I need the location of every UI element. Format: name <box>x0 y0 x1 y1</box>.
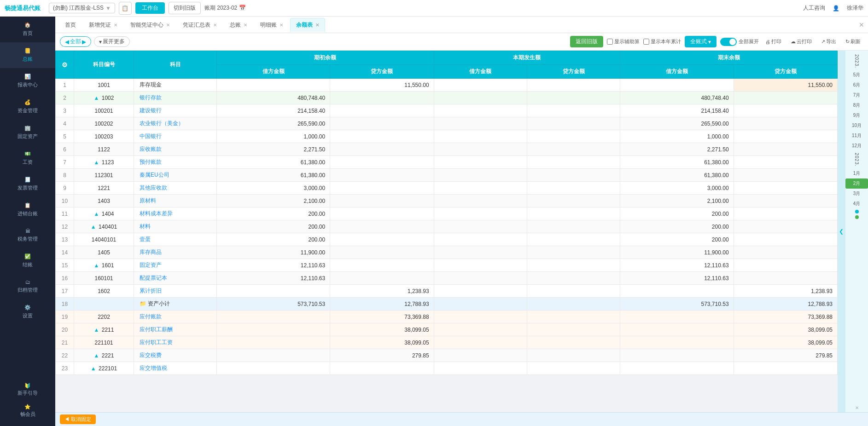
subject-name[interactable]: 应付职工薪酬 <box>134 323 217 336</box>
subject-name-link[interactable]: 应付职工工资 <box>140 339 173 345</box>
subject-name[interactable]: 应交税费 <box>134 349 217 362</box>
subject-name-link[interactable]: 原材料 <box>140 197 156 204</box>
table-scroll[interactable]: ⚙ 科目编号 科目 期初余额 本期发生额 期末余额 借方金额 贷方金额 借方金额 <box>55 51 838 412</box>
sidebar-item-sales[interactable]: 📋 进销台账 <box>0 197 55 223</box>
subject-name-link[interactable]: 应交增值税 <box>140 365 167 371</box>
month-8[interactable]: 8月 <box>845 100 868 110</box>
subject-name-link[interactable]: 配提票记本 <box>140 275 167 281</box>
close-all-button[interactable]: ✕ <box>859 21 864 29</box>
subject-name[interactable]: 材料 <box>134 220 217 233</box>
sidebar-item-tax[interactable]: 🏛 税务管理 <box>0 223 55 248</box>
gear-icon[interactable]: ⚙ <box>62 61 68 69</box>
month-9[interactable]: 9月 <box>845 110 868 121</box>
sidebar-item-member[interactable]: ⭐ 畅会员 <box>0 400 55 421</box>
sidebar-item-capital[interactable]: 💰 资金管理 <box>0 94 55 120</box>
expand-more-button[interactable]: ▾ 展开更多 <box>94 36 130 47</box>
subject-name[interactable]: 建设银行 <box>134 104 217 117</box>
expand-icon[interactable]: ▲ <box>94 159 101 166</box>
company-selector[interactable]: (勿删) 江西股金-LSS ▼ <box>49 3 115 13</box>
all-filter-button[interactable]: ◀ 全部 ▶ <box>60 36 91 47</box>
subject-name[interactable]: 库存商品 <box>134 246 217 259</box>
sidebar-item-settings[interactable]: ⚙️ 设置 <box>0 299 55 325</box>
expand-icon[interactable]: ▲ <box>94 327 101 333</box>
expand-icon[interactable]: ▲ <box>91 365 98 372</box>
tab-detail-close[interactable]: ✕ <box>280 23 283 28</box>
tab-voucher-summary[interactable]: 凭证汇总表 ✕ <box>177 18 223 32</box>
tab-new-voucher-close[interactable]: ✕ <box>114 23 117 28</box>
sidebar-item-home[interactable]: 🏠 首页 <box>0 17 55 42</box>
show-auxiliary-checkbox[interactable]: 显示辅助算 <box>607 38 640 45</box>
tab-smart-center-close[interactable]: ✕ <box>166 23 170 28</box>
month-12[interactable]: 12月 <box>845 141 868 151</box>
sidebar-item-archive[interactable]: 🗂 归档管理 <box>0 274 55 299</box>
expand-icon[interactable]: ▲ <box>94 95 101 101</box>
cloud-print-button[interactable]: ☁ 云打印 <box>788 37 815 46</box>
expand-icon[interactable]: ▲ <box>94 262 101 269</box>
expand-icon[interactable]: ▲ <box>94 211 101 217</box>
subject-name[interactable]: 其他应收款 <box>134 182 217 195</box>
panel-arrow[interactable]: ❮ <box>838 51 845 412</box>
subject-name[interactable]: 银行存款 <box>134 92 217 104</box>
sidebar-item-guide[interactable]: 🔰 新手引导 <box>0 379 55 400</box>
tab-voucher-summary-close[interactable]: ✕ <box>213 23 217 28</box>
auxiliary-check-input[interactable] <box>607 39 613 45</box>
expand-icon[interactable]: ▲ <box>94 352 101 359</box>
subject-name-link[interactable]: 库存商品 <box>140 249 162 255</box>
subject-name-link[interactable]: 预付账款 <box>140 159 162 165</box>
workbench-button[interactable]: 工作台 <box>135 2 165 14</box>
show-ytd-checkbox[interactable]: 显示本年累计 <box>643 38 681 45</box>
tab-balance-close[interactable]: ✕ <box>315 23 319 28</box>
month-3[interactable]: 3月 <box>845 189 868 199</box>
subject-name-link[interactable]: 应付职工薪酬 <box>140 326 173 333</box>
month-4[interactable]: 4月 <box>845 199 868 209</box>
sidebar-item-settle[interactable]: ✅ 结账 <box>0 248 55 274</box>
refresh-button[interactable]: ↻ 刷新 <box>843 37 863 46</box>
subject-name[interactable]: 预付账款 <box>134 156 217 169</box>
subject-name-link[interactable]: 农业银行（美金） <box>140 120 184 127</box>
tab-ledger-close[interactable]: ✕ <box>244 23 247 28</box>
subject-name[interactable]: 应收账款 <box>134 143 217 156</box>
subject-name-link[interactable]: 材料成本差异 <box>140 210 173 217</box>
sidebar-item-ledger[interactable]: 📒 总账 <box>0 42 55 68</box>
subject-name-link[interactable]: 应交税费 <box>140 352 162 358</box>
subject-name-link[interactable]: 累计折旧 <box>140 288 162 294</box>
subject-name[interactable]: 中国银行 <box>134 130 217 143</box>
month-10[interactable]: 10月 <box>845 121 868 131</box>
sidebar-item-payroll[interactable]: 💵 工资 <box>0 145 55 171</box>
tab-balance[interactable]: 余额表 ✕ <box>290 18 325 32</box>
subject-name-link[interactable]: 银行存款 <box>140 94 162 101</box>
subject-name[interactable]: 应付职工工资 <box>134 336 217 349</box>
subject-name[interactable]: 农业银行（美金） <box>134 117 217 130</box>
tab-ledger[interactable]: 总账 ✕ <box>224 18 253 32</box>
close-panel-btn[interactable]: ✕ <box>855 405 859 410</box>
subject-name-link[interactable]: 应付账款 <box>140 313 162 320</box>
tab-new-voucher[interactable]: 新增凭证 ✕ <box>83 18 123 32</box>
tab-home[interactable]: 首页 <box>59 18 82 32</box>
subject-name-link[interactable]: 中国银行 <box>140 133 162 139</box>
unpin-button[interactable]: ◀ 取消固定 <box>60 414 96 424</box>
sidebar-item-reports[interactable]: 📊 报表中心 <box>0 68 55 94</box>
subject-name[interactable]: 原材料 <box>134 195 217 207</box>
old-version-button[interactable]: 切到旧版 <box>169 2 201 14</box>
subject-name-link[interactable]: 材料 <box>140 223 151 230</box>
expand-icon[interactable]: ▲ <box>91 224 98 230</box>
subject-name-link[interactable]: 固定资产 <box>140 262 162 268</box>
toggle-control[interactable] <box>720 38 737 46</box>
subject-name[interactable]: 应付账款 <box>134 311 217 323</box>
subject-name-link[interactable]: 应收账款 <box>140 146 162 152</box>
subject-name-link[interactable]: 秦属EU公司 <box>140 172 169 178</box>
tab-detail[interactable]: 明细账 ✕ <box>254 18 289 32</box>
return-old-button[interactable]: 返回旧版 <box>570 36 603 47</box>
expand-all-toggle[interactable]: 全部展开 <box>720 38 759 46</box>
month-11[interactable]: 11月 <box>845 131 868 141</box>
subject-name[interactable]: 秦属EU公司 <box>134 169 217 182</box>
subject-name[interactable]: 材料成本差异 <box>134 207 217 220</box>
subject-name[interactable]: 配提票记本 <box>134 272 217 285</box>
sidebar-item-invoice[interactable]: 🧾 发票管理 <box>0 171 55 197</box>
subject-name-link[interactable]: 壹蛋 <box>140 236 151 242</box>
sidebar-item-fixed[interactable]: 🏢 固定资产 <box>0 120 55 145</box>
copy-icon[interactable]: 📋 <box>119 2 132 15</box>
subject-name-link[interactable]: 其他应收款 <box>140 184 167 191</box>
tab-smart-center[interactable]: 智能凭证中心 ✕ <box>124 18 176 32</box>
full-mode-button[interactable]: 全账式 ▾ <box>685 36 717 47</box>
